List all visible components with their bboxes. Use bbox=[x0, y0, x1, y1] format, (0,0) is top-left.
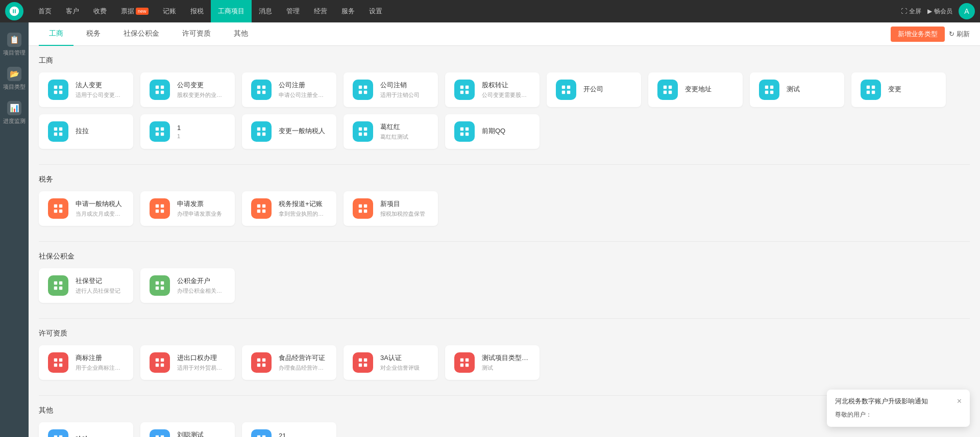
svg-rect-52 bbox=[460, 127, 463, 131]
card-变更地址[interactable]: 变更地址 bbox=[648, 72, 743, 107]
svg-rect-38 bbox=[54, 133, 57, 136]
nav-item-消息[interactable]: 消息 bbox=[252, 0, 279, 22]
tab-其他[interactable]: 其他 bbox=[224, 22, 258, 46]
tab-许可资质[interactable]: 许可资质 bbox=[172, 22, 221, 46]
card-icon bbox=[48, 352, 68, 373]
card-测试[interactable]: 测试 bbox=[750, 72, 844, 107]
svg-rect-21 bbox=[567, 86, 570, 89]
card-申请发票[interactable]: 申请发票办理申请发票业务 bbox=[140, 191, 235, 226]
notification-close-button[interactable]: × bbox=[957, 397, 962, 405]
nav-item-客户[interactable]: 客户 bbox=[59, 0, 86, 22]
tab-社保公积金[interactable]: 社保公积金 bbox=[113, 22, 169, 46]
card-1[interactable]: 11 bbox=[140, 114, 235, 149]
svg-rect-66 bbox=[257, 210, 260, 213]
avatar[interactable]: A bbox=[959, 3, 975, 19]
card-前期QQ[interactable]: 前期QQ bbox=[445, 114, 540, 149]
card-公司注销[interactable]: 公司注销适用于注销公司 bbox=[344, 72, 438, 107]
svg-rect-7 bbox=[161, 91, 164, 94]
card-info: 测试 bbox=[787, 85, 835, 95]
card-icon bbox=[150, 198, 170, 219]
refresh-button[interactable]: ↻ 刷新 bbox=[949, 30, 970, 39]
svg-rect-97 bbox=[465, 358, 469, 362]
svg-rect-23 bbox=[567, 91, 570, 94]
nav-item-首页[interactable]: 首页 bbox=[31, 0, 59, 22]
card-进出口权办理[interactable]: 进出口权办理适用于对外贸易经营者 bbox=[140, 345, 235, 380]
logo[interactable] bbox=[5, 2, 23, 20]
card-变更[interactable]: 变更 bbox=[851, 72, 946, 107]
section-divider bbox=[39, 241, 970, 242]
card-name: 股权转让 bbox=[482, 81, 530, 90]
member-btn[interactable]: ▶ 畅会员 bbox=[927, 7, 952, 16]
nav-item-收费[interactable]: 收费 bbox=[86, 0, 114, 22]
card-icon bbox=[251, 121, 272, 142]
card-食品经营许可证[interactable]: 食品经营许可证办理食品经营许可证 bbox=[242, 345, 336, 380]
card-刘聪测试[interactable]: 刘聪测试测试 bbox=[140, 422, 235, 437]
card-icon bbox=[759, 80, 779, 100]
nav-item-工商项目[interactable]: 工商项目 bbox=[211, 0, 252, 22]
nav-item-票据[interactable]: 票据new bbox=[114, 0, 156, 22]
card-name: 测试 bbox=[787, 85, 835, 94]
card-name: 测试项目类型目定义 bbox=[482, 353, 530, 363]
svg-rect-62 bbox=[156, 210, 159, 213]
card-测试项目类型目定义[interactable]: 测试项目类型目定义测试 bbox=[445, 345, 540, 380]
card-icon bbox=[48, 275, 68, 296]
svg-rect-79 bbox=[161, 287, 164, 290]
member-label: 畅会员 bbox=[934, 7, 952, 16]
card-税务报道+记账[interactable]: 税务报道+记账拿到营业执照的新公司 bbox=[242, 191, 336, 226]
card-公积金开户[interactable]: 公积金开户办理公积金相关业务 bbox=[140, 268, 235, 303]
card-新项目[interactable]: 新项目报税加税控盘保管 bbox=[344, 191, 438, 226]
svg-rect-67 bbox=[262, 210, 265, 213]
card-法人变更[interactable]: 法人变更适用于公司变更法人 bbox=[39, 72, 133, 107]
sidebar-item-进度监测[interactable]: 📊进度监测 bbox=[0, 96, 29, 130]
card-name: 前期QQ bbox=[482, 126, 530, 136]
svg-rect-69 bbox=[364, 204, 367, 208]
nav-item-报税[interactable]: 报税 bbox=[183, 0, 211, 22]
card-公司注册[interactable]: 公司注册申请公司注册全流程 bbox=[242, 72, 336, 107]
sidebar-item-项目管理[interactable]: 📋项目管理 bbox=[0, 28, 29, 62]
nav-item-经营[interactable]: 经营 bbox=[307, 0, 334, 22]
card-desc: 当月或次月成变更完成 bbox=[76, 210, 124, 218]
card-info: 前期QQ bbox=[482, 126, 530, 137]
fullscreen-btn[interactable]: ⛶ 全屏 bbox=[901, 7, 921, 16]
card-name: 公积金开户 bbox=[177, 276, 226, 286]
svg-rect-12 bbox=[359, 86, 362, 89]
card-icon bbox=[251, 352, 272, 373]
svg-rect-90 bbox=[257, 364, 260, 367]
card-股权转让[interactable]: 股权转让公司变更需要股权转让 bbox=[445, 72, 540, 107]
card-开公司[interactable]: 开公司 bbox=[547, 72, 641, 107]
add-business-type-button[interactable]: 新增业务类型 bbox=[891, 27, 945, 42]
svg-rect-2 bbox=[54, 91, 57, 94]
card-info: 变更地址 bbox=[685, 85, 733, 95]
card-公司变更[interactable]: 公司变更股权变更外的业务变更 bbox=[140, 72, 235, 107]
card-icon bbox=[150, 80, 170, 100]
card-name: 3A认证 bbox=[380, 353, 429, 363]
sidebar-item-项目类型[interactable]: 📂项目类型 bbox=[0, 62, 29, 96]
card-社保登记[interactable]: 社保登记进行人员社保登记 bbox=[39, 268, 133, 303]
nav-item-管理[interactable]: 管理 bbox=[279, 0, 307, 22]
card-变更一般纳税人[interactable]: 变更一般纳税人 bbox=[242, 114, 336, 149]
cards-grid-税务: 申请一般纳税人当月或次月成变更完成申请发票办理申请发票业务税务报道+记账拿到营业… bbox=[39, 191, 970, 226]
card-哈哈[interactable]: 哈哈 bbox=[39, 422, 133, 437]
card-申请一般纳税人[interactable]: 申请一般纳税人当月或次月成变更完成 bbox=[39, 191, 133, 226]
sidebar: 📋项目管理📂项目类型📊进度监测 bbox=[0, 22, 29, 437]
card-icon bbox=[251, 80, 272, 100]
card-icon bbox=[454, 121, 475, 142]
card-info: 法人变更适用于公司变更法人 bbox=[76, 81, 124, 99]
tab-税务[interactable]: 税务 bbox=[76, 22, 111, 46]
card-name: 食品经营许可证 bbox=[279, 353, 327, 363]
card-name: 税务报道+记账 bbox=[279, 199, 327, 209]
card-icon bbox=[454, 80, 475, 100]
card-商标注册[interactable]: 商标注册用于企业商标注册服务 bbox=[39, 345, 133, 380]
nav-item-记账[interactable]: 记账 bbox=[156, 0, 183, 22]
svg-rect-94 bbox=[359, 364, 362, 367]
card-desc: 适用于对外贸易经营者 bbox=[177, 364, 226, 372]
card-葛红红[interactable]: 葛红红葛红红测试 bbox=[344, 114, 438, 149]
card-3A认证[interactable]: 3A认证对企业信誉评级 bbox=[344, 345, 438, 380]
nav-item-设置[interactable]: 设置 bbox=[362, 0, 389, 22]
card-21[interactable]: 211 bbox=[242, 422, 336, 437]
card-拉拉[interactable]: 拉拉 bbox=[39, 114, 133, 149]
tab-工商[interactable]: 工商 bbox=[39, 22, 74, 46]
nav-item-服务[interactable]: 服务 bbox=[334, 0, 362, 22]
fullscreen-icon: ⛶ bbox=[901, 8, 907, 15]
card-info: 新项目报税加税控盘保管 bbox=[380, 199, 429, 218]
